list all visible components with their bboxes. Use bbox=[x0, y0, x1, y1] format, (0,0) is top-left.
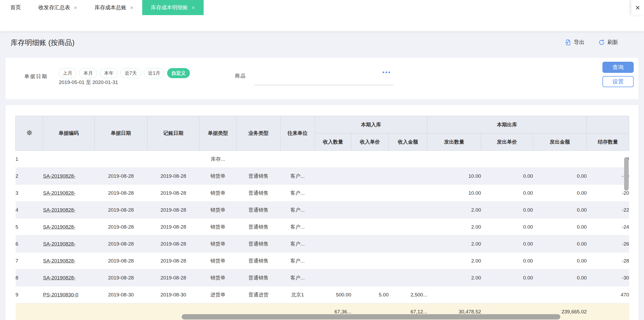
cell-partner bbox=[280, 151, 315, 168]
cell-out_qty: 2.00 bbox=[427, 252, 481, 269]
table-row[interactable]: 1库存...0 bbox=[16, 151, 629, 168]
table-row[interactable]: 3SA-20190828-2019-08-282019-08-28销货单普通销售… bbox=[16, 185, 629, 202]
cell-in_qty bbox=[315, 269, 351, 286]
cell-doc: 进货单 bbox=[199, 286, 237, 303]
preset-this-month[interactable]: 本月 bbox=[79, 68, 97, 78]
doc-code-link[interactable]: SA-20190828- bbox=[43, 173, 76, 179]
cell-date: 2019-08-28 bbox=[95, 202, 147, 219]
product-more-icon[interactable] bbox=[383, 72, 390, 73]
doc-code-link[interactable]: SA-20190828- bbox=[43, 190, 76, 196]
cell-out_qty: 2.00 bbox=[427, 269, 481, 286]
cell-out_price: 0.00 bbox=[481, 252, 533, 269]
tab-cost-general-ledger[interactable]: 库存成本总账 × bbox=[86, 0, 142, 15]
doc-code-link[interactable]: PS-20190830-0 bbox=[43, 292, 78, 297]
vertical-scrollbar[interactable] bbox=[624, 157, 629, 191]
cell-balance: -26 bbox=[587, 235, 629, 252]
date-range-value[interactable]: 2019-05-01 至 2020-01-31 bbox=[59, 79, 118, 86]
cell-code bbox=[43, 303, 95, 320]
cell-biz: 普通销售 bbox=[237, 219, 280, 235]
product-filter-label: 商品 bbox=[235, 73, 246, 79]
tab-label: 收发存汇总表 bbox=[38, 4, 70, 11]
preset-custom[interactable]: 自定义 bbox=[167, 68, 190, 78]
cell-num: 1 bbox=[16, 151, 43, 168]
refresh-button[interactable]: 刷新 bbox=[598, 39, 618, 46]
cell-in_qty bbox=[315, 219, 351, 235]
export-button[interactable]: 导出 bbox=[565, 39, 584, 46]
preset-last-7-days[interactable]: 近7天 bbox=[120, 68, 141, 78]
col-header-in-price: 收入单价 bbox=[351, 134, 389, 151]
cell-out_amt bbox=[533, 151, 587, 168]
cell-biz bbox=[237, 151, 280, 168]
cell-book: 2019-08-28 bbox=[147, 202, 199, 219]
cell-partner: 客户... bbox=[280, 202, 315, 219]
tab-bar: 首页 收发存汇总表 × 库存成本总账 × 库存成本明细账 × bbox=[2, 0, 204, 15]
cell-date: 2019-08-28 bbox=[95, 252, 147, 269]
table-row[interactable]: 5SA-20190828-2019-08-282019-08-28销货单普通销售… bbox=[16, 219, 629, 235]
doc-code-link[interactable]: SA-20190828- bbox=[43, 207, 76, 213]
table-row[interactable]: 4SA-20190828-2019-08-282019-08-28销货单普通销售… bbox=[16, 202, 629, 219]
cell-in_price bbox=[351, 269, 389, 286]
cell-date: 2019-08-28 bbox=[95, 168, 147, 185]
doc-code-link[interactable]: SA-20190828- bbox=[43, 258, 76, 264]
cell-in_qty bbox=[315, 235, 351, 252]
col-header-partner: 往来单位 bbox=[280, 116, 315, 151]
cell-in_amt bbox=[389, 185, 427, 202]
doc-code-link[interactable]: SA-20190828- bbox=[43, 224, 76, 230]
cell-doc: 销货单 bbox=[199, 202, 237, 219]
preset-last-month[interactable]: 上月 bbox=[59, 68, 77, 78]
cell-out_amt bbox=[533, 286, 587, 303]
table-row[interactable]: 7SA-20190828-2019-08-282019-08-28销货单普通销售… bbox=[16, 252, 629, 269]
col-header-in-amount: 收入金额 bbox=[389, 134, 427, 151]
tab-home[interactable]: 首页 bbox=[2, 0, 30, 15]
cell-doc: 销货单 bbox=[199, 219, 237, 235]
preset-this-year[interactable]: 本年 bbox=[100, 68, 118, 78]
cell-out_price: 0.00 bbox=[481, 185, 533, 202]
cell-in_amt bbox=[389, 235, 427, 252]
tab-cost-detail-ledger[interactable]: 库存成本明细账 × bbox=[142, 0, 204, 15]
cell-book: 2019-08-28 bbox=[147, 235, 199, 252]
cell-date: 2019-08-28 bbox=[95, 219, 147, 235]
query-button[interactable]: 查询 bbox=[602, 62, 634, 73]
col-header-balance-qty: 结存数量 bbox=[587, 134, 629, 151]
tab-label: 首页 bbox=[10, 4, 21, 11]
settings-button[interactable]: 设置 bbox=[602, 76, 634, 87]
cell-code: SA-20190828- bbox=[43, 252, 95, 269]
table-row[interactable]: 8SA-20190828-2019-08-282019-08-28销货单普通销售… bbox=[16, 269, 629, 286]
cell-num: 3 bbox=[16, 185, 43, 202]
cell-num bbox=[16, 303, 43, 320]
column-settings-button[interactable] bbox=[16, 116, 43, 151]
tab-close-icon[interactable]: × bbox=[130, 5, 133, 10]
cell-date: 2019-08-28 bbox=[95, 269, 147, 286]
table-header: 单据编码 单据日期 记账日期 单据类型 业务类型 往来单位 本期入库 本期出库 … bbox=[16, 116, 629, 151]
cell-out_amt: 0.00 bbox=[533, 202, 587, 219]
product-input[interactable] bbox=[254, 85, 393, 85]
tab-close-icon[interactable]: × bbox=[192, 5, 195, 10]
tab-summary-report[interactable]: 收发存汇总表 × bbox=[30, 0, 86, 15]
table-row[interactable]: 6SA-20190828-2019-08-282019-08-28销货单普通销售… bbox=[16, 235, 629, 252]
filter-panel: 单据日期 上月 本月 本年 近7天 近1月 自定义 2019-05-01 至 2… bbox=[6, 58, 638, 99]
cell-in_price bbox=[351, 168, 389, 185]
cell-partner: 客户... bbox=[280, 269, 315, 286]
cell-in_amt bbox=[389, 202, 427, 219]
cell-in_qty bbox=[315, 151, 351, 168]
group-header-balance bbox=[587, 116, 629, 134]
preset-last-1-month[interactable]: 近1月 bbox=[144, 68, 164, 78]
cell-code: PS-20190830-0 bbox=[43, 286, 95, 303]
cell-doc: 销货单 bbox=[199, 185, 237, 202]
doc-code-link[interactable]: SA-20190828- bbox=[43, 275, 76, 281]
table-row[interactable]: 9PS-20190830-02019-08-302019-08-30进货单普通进… bbox=[16, 286, 629, 303]
horizontal-scrollbar[interactable] bbox=[182, 314, 560, 319]
cell-in_amt bbox=[389, 252, 427, 269]
close-icon[interactable]: × bbox=[631, 0, 644, 15]
table-row[interactable]: 2SA-20190828-2019-08-282019-08-28销货单普通销售… bbox=[16, 168, 629, 185]
col-header-book-date: 记账日期 bbox=[147, 116, 199, 151]
cell-out_price: 0.00 bbox=[481, 269, 533, 286]
export-icon bbox=[565, 39, 571, 46]
cell-out_amt: 0.00 bbox=[533, 252, 587, 269]
cell-biz: 普通销售 bbox=[237, 202, 280, 219]
doc-code-link[interactable]: SA-20190828- bbox=[43, 241, 76, 247]
cell-in_amt bbox=[389, 168, 427, 185]
col-header-doc-type: 单据类型 bbox=[199, 116, 237, 151]
tab-close-icon[interactable]: × bbox=[74, 5, 77, 10]
cell-book bbox=[147, 151, 199, 168]
